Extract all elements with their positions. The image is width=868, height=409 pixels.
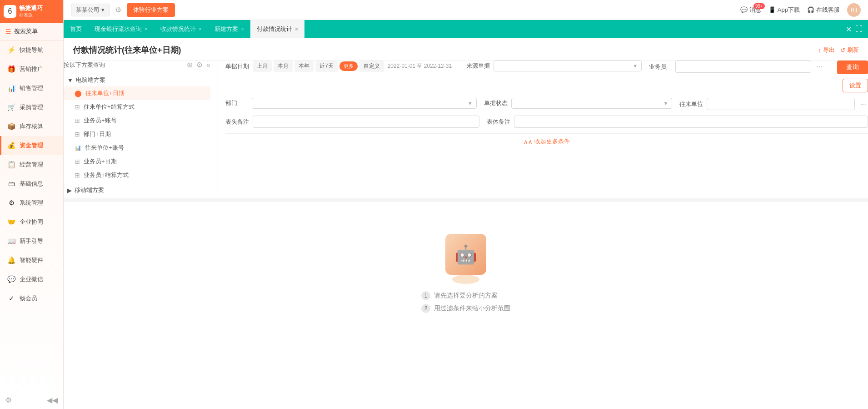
date-btn-custom[interactable]: 自定义 [359, 61, 384, 72]
tab-bank-flow[interactable]: 现金银行流水查询 × [88, 20, 154, 38]
trial-button[interactable]: 体验行业方案 [127, 3, 175, 17]
message-action[interactable]: 💬 消息 99+ [740, 6, 761, 14]
tree-item-salesman-settle-label: 业务员+结算方式 [84, 171, 129, 179]
content-inner: 付款情况统计(往来单位+日期) ↑ 导出 ↺ 刷新 按 [64, 38, 868, 409]
sidebar-item-base-info[interactable]: 🗃 基础信息 [0, 174, 63, 193]
tab-payment-stats-close[interactable]: × [295, 26, 298, 32]
sidebar-item-guide[interactable]: 📖 新手引导 [0, 232, 63, 251]
salesman-dots[interactable]: ··· [815, 63, 824, 71]
date-range-group: 上月 本月 本年 近7天 更多 自定义 2022-01-01 至 2022-12… [253, 61, 459, 72]
tab-payment-stats[interactable]: 付款情况统计 × [250, 20, 304, 38]
date-btn-7days[interactable]: 近7天 [315, 61, 338, 72]
settings-icon[interactable]: ⚙ [115, 5, 121, 14]
sidebar-item-hardware[interactable]: 🔔 智能硬件 [0, 251, 63, 270]
scheme-header: 按以下方案查询 ⊕ ⚙ « [64, 61, 210, 69]
scheme-settings-icon[interactable]: ⚙ [196, 61, 203, 69]
message-icon: 💬 [740, 6, 748, 13]
tab-close-all-icon[interactable]: ✕ [846, 25, 852, 34]
sidebar-label-guide: 新手引导 [20, 237, 43, 245]
settings-footer-icon[interactable]: ⚙ [5, 396, 12, 404]
sidebar-item-wechat[interactable]: 💬 企业微信 [0, 270, 63, 289]
page-header: 付款情况统计(往来单位+日期) ↑ 导出 ↺ 刷新 [64, 38, 868, 61]
user-avatar[interactable]: Rit [847, 3, 861, 17]
tab-new-scheme-close[interactable]: × [241, 26, 244, 32]
scheme-title: 按以下方案查询 [64, 61, 105, 69]
source-select-arrow: ▼ [633, 63, 638, 69]
search-icon: ☰ [5, 28, 11, 35]
date-btn-this-year[interactable]: 本年 [294, 61, 314, 72]
sidebar-item-system[interactable]: ⚙ 系统管理 [0, 193, 63, 212]
sidebar-item-operation[interactable]: 📋 经营管理 [0, 155, 63, 174]
online-service-action[interactable]: 🎧 在线客服 [807, 6, 840, 14]
date-btn-this-month[interactable]: 本月 [274, 61, 293, 72]
company-name[interactable]: 某某公司 ▾ [71, 4, 110, 16]
date-btn-more[interactable]: 更多 [339, 61, 358, 71]
setting-button[interactable]: 设置 [843, 79, 868, 92]
body-note-input[interactable] [514, 116, 868, 128]
tab-maximize-icon[interactable]: ⛶ [855, 25, 863, 33]
sidebar-label-wechat: 企业微信 [20, 275, 43, 283]
tree-item-salesman-date[interactable]: ⊞ 业务员+日期 [64, 155, 210, 168]
tab-receipt-stats-close[interactable]: × [199, 26, 202, 32]
hint-text-1: 请先选择要分析的方案 [434, 292, 498, 300]
dept-select[interactable]: ▼ [252, 98, 477, 109]
doc-status-select[interactable]: ▼ [511, 98, 673, 109]
tree-item-salesman-date-label: 业务员+日期 [84, 157, 117, 166]
sidebar-item-marketing[interactable]: 🎁 营销推广 [0, 60, 63, 79]
sidebar-item-quick-nav[interactable]: ⚡ 快捷导航 [0, 40, 63, 60]
date-btn-last-month[interactable]: 上月 [253, 61, 272, 72]
export-icon: ↑ [818, 47, 822, 54]
tree-item-partner-settle[interactable]: ⊞ 往来单位+结算方式 [64, 100, 210, 114]
tab-bank-flow-close[interactable]: × [145, 26, 148, 32]
operation-icon: 📋 [7, 160, 16, 169]
scheme-panel: 按以下方案查询 ⊕ ⚙ « ▼ 电脑端方案 [64, 61, 218, 198]
tree-item-salesman-account[interactable]: ⊞ 业务员+账号 [64, 114, 210, 127]
sidebar-item-member[interactable]: ✓ 畅会员 [0, 289, 63, 308]
tree-item-salesman-account-label: 业务员+账号 [84, 116, 117, 125]
partner-input[interactable] [707, 98, 854, 110]
salesman-input[interactable] [675, 61, 811, 73]
tabs-bar-end: ✕ ⛶ [846, 25, 868, 34]
sidebar-item-purchase[interactable]: 🛒 采购管理 [0, 98, 63, 117]
tab-receipt-stats[interactable]: 收款情况统计 × [154, 20, 208, 38]
sales-icon: 📊 [7, 84, 16, 93]
export-button[interactable]: ↑ 导出 [818, 46, 835, 54]
source-select[interactable]: ▼ [494, 61, 642, 71]
tab-new-scheme-label: 新建方案 [215, 25, 238, 33]
tab-new-scheme[interactable]: 新建方案 × [208, 20, 250, 38]
collapse-bar[interactable]: ∧∧ 收起更多条件 [225, 133, 868, 149]
collapse-sidebar-icon[interactable]: ◀◀ [47, 396, 58, 404]
partner-dots[interactable]: ··· [858, 100, 868, 108]
filter-field-date: 单据日期 上月 本月 本年 近7天 更多 自定义 2022-01-01 至 20… [225, 61, 459, 72]
collapse-icon: ∧∧ [524, 138, 533, 145]
add-scheme-icon[interactable]: ⊕ [187, 61, 193, 69]
collapse-label: 收起更多条件 [534, 137, 570, 146]
tree-item-dept-date[interactable]: ⊞ 部门+日期 [64, 127, 210, 141]
tree-group-pc-header[interactable]: ▼ 电脑端方案 [64, 74, 210, 86]
app-download-action[interactable]: 📱 App下载 [768, 6, 800, 14]
system-icon: ⚙ [7, 198, 16, 207]
source-label: 来源单据 [466, 62, 490, 70]
sidebar-label-quick-nav: 快捷导航 [20, 46, 43, 54]
tree-item-salesman-settle[interactable]: ⊞ 业务员+结算方式 [64, 168, 210, 182]
tree-group-mobile-header[interactable]: ▶ 移动端方案 [64, 184, 210, 197]
header-note-input[interactable] [253, 116, 479, 128]
tree-item-partner-date[interactable]: ⬤ 往来单位+日期 [64, 86, 210, 100]
guide-icon: 📖 [7, 237, 16, 246]
sidebar-label-finance: 资金管理 [20, 141, 43, 150]
filter-field-salesman: 业务员 ··· [649, 61, 824, 73]
finance-icon: 💰 [7, 141, 16, 150]
sidebar-item-inventory[interactable]: 📦 库存核算 [0, 117, 63, 136]
tab-home[interactable]: 首页 [64, 20, 88, 38]
sidebar-item-finance[interactable]: 💰 资金管理 [0, 136, 63, 155]
scheme-collapse-icon[interactable]: « [206, 61, 210, 69]
refresh-button[interactable]: ↺ 刷新 [840, 46, 859, 54]
doc-status-select-arrow: ▼ [663, 101, 668, 106]
hint-num-1: 1 [421, 291, 430, 300]
sidebar-item-enterprise[interactable]: 🤝 企业协同 [0, 212, 63, 232]
sidebar-item-sales[interactable]: 📊 销售管理 [0, 79, 63, 98]
sidebar-label-sales: 销售管理 [20, 84, 43, 92]
tree-item-partner-account[interactable]: 📊 往来单位+账号 [64, 141, 210, 155]
query-button[interactable]: 查询 [837, 61, 868, 74]
sidebar-search[interactable]: ☰ 搜索菜单 [0, 23, 63, 40]
